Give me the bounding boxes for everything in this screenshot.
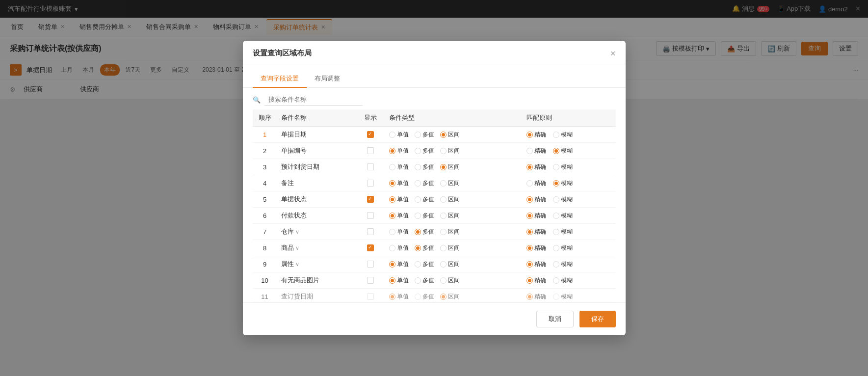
dialog-search-area: 🔍	[243, 88, 626, 99]
dialog-tab-layout[interactable]: 布局调整	[307, 70, 348, 88]
dialog-tabs: 查询字段设置 布局调整	[243, 64, 626, 88]
modal-overlay: 设置查询区域布局 × 查询字段设置 布局调整 🔍 顺序 条件名称 显示 条件类型	[0, 0, 868, 99]
search-icon: 🔍	[253, 96, 261, 100]
search-input[interactable]	[264, 94, 363, 99]
dialog-tab-fields[interactable]: 查询字段设置	[253, 70, 307, 88]
dialog-close-btn[interactable]: ×	[610, 49, 616, 58]
settings-dialog: 设置查询区域布局 × 查询字段设置 布局调整 🔍 顺序 条件名称 显示 条件类型	[243, 41, 626, 99]
dialog-title: 设置查询区域布局	[253, 49, 312, 58]
dialog-header: 设置查询区域布局 ×	[243, 41, 626, 64]
